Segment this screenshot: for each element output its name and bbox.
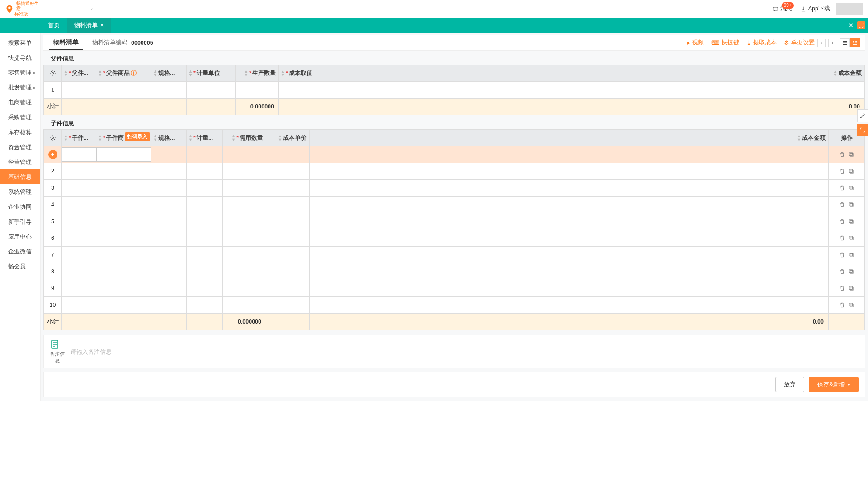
- tab-home[interactable]: 首页: [41, 18, 67, 33]
- child-row[interactable]: 5: [43, 213, 865, 230]
- child-table: ▴▾*子件... ▴▾*子件商扫码录入 ▴▾规格... ▴▾*计量... ▴▾*…: [43, 129, 865, 330]
- extract-cost-link[interactable]: ⤓提取成本: [746, 39, 777, 47]
- svg-rect-15: [849, 236, 852, 239]
- col-parent-name[interactable]: ▴▾*父件商品ⓘ: [96, 65, 151, 81]
- col-parent-unit[interactable]: ▴▾*计量单位: [187, 65, 236, 81]
- copy-row-icon[interactable]: [848, 302, 854, 308]
- copy-row-icon[interactable]: [848, 168, 854, 174]
- child-row[interactable]: 4: [43, 197, 865, 213]
- sidebar-item[interactable]: 新手引导: [0, 214, 40, 229]
- remark-input[interactable]: [65, 345, 859, 359]
- svg-rect-5: [849, 153, 852, 155]
- delete-row-icon[interactable]: [839, 168, 845, 174]
- shortcut-link[interactable]: ⌨快捷键: [711, 39, 739, 47]
- copy-row-icon[interactable]: [848, 252, 854, 258]
- subtotal-amt: 0.00: [344, 99, 865, 115]
- expand-tool-button[interactable]: [857, 124, 868, 136]
- svg-rect-14: [850, 237, 853, 240]
- col-parent-spec[interactable]: ▴▾规格...: [151, 65, 187, 81]
- tabbar-close-button[interactable]: ✕: [845, 22, 857, 29]
- view-grid-button[interactable]: [850, 38, 860, 47]
- discard-button[interactable]: 放弃: [775, 377, 804, 392]
- col-parent-code[interactable]: ▴▾*父件...: [62, 65, 96, 81]
- sidebar-item[interactable]: 批发管理▸: [0, 80, 40, 95]
- sidebar-item[interactable]: 库存核算: [0, 125, 40, 140]
- svg-rect-10: [850, 204, 853, 206]
- close-icon[interactable]: ×: [100, 22, 104, 28]
- avatar[interactable]: [836, 3, 863, 15]
- sidebar-item[interactable]: 应用中心: [0, 229, 40, 244]
- sidebar-item[interactable]: 电商管理: [0, 95, 40, 110]
- app-download-button[interactable]: App下载: [800, 5, 830, 13]
- col-child-unit[interactable]: ▴▾*计量...: [187, 130, 223, 146]
- copy-row-icon[interactable]: [848, 185, 854, 191]
- col-child-spec[interactable]: ▴▾规格...: [151, 130, 187, 146]
- col-child-code[interactable]: ▴▾*子件...: [62, 130, 96, 146]
- delete-row-icon[interactable]: [839, 235, 845, 241]
- svg-rect-19: [849, 270, 852, 272]
- scan-input-button[interactable]: 扫码录入: [125, 132, 150, 141]
- delete-row-icon[interactable]: [839, 185, 845, 191]
- col-child-name[interactable]: ▴▾*子件商扫码录入: [96, 130, 151, 146]
- copy-row-icon[interactable]: [848, 218, 854, 225]
- col-parent-amt[interactable]: ▴▾成本金额: [344, 65, 865, 81]
- remark-bar: 备注信息: [43, 335, 865, 368]
- copy-row-icon[interactable]: [848, 285, 854, 291]
- col-child-amt[interactable]: ▴▾成本金额: [310, 130, 829, 146]
- sidebar-item[interactable]: 采购管理: [0, 110, 40, 125]
- copy-row-icon[interactable]: [848, 235, 854, 241]
- chevron-down-icon: [88, 6, 94, 12]
- delete-row-icon[interactable]: [839, 202, 845, 208]
- sidebar-item[interactable]: 零售管理▸: [0, 65, 40, 80]
- sidebar-item[interactable]: 系统管理: [0, 184, 40, 199]
- child-row[interactable]: 7: [43, 247, 865, 263]
- sidebar-item[interactable]: 畅会员: [0, 259, 40, 274]
- delete-row-icon[interactable]: [839, 218, 845, 225]
- child-row[interactable]: 10: [43, 297, 865, 314]
- child-name-input[interactable]: [96, 147, 151, 162]
- sidebar-item[interactable]: 资金管理: [0, 140, 40, 155]
- add-row-button[interactable]: +: [48, 150, 57, 159]
- col-parent-cost[interactable]: ▴▾*成本取值: [279, 65, 344, 81]
- parent-row[interactable]: 1: [43, 82, 865, 99]
- edit-tool-button[interactable]: [857, 109, 868, 122]
- delete-row-icon[interactable]: [839, 151, 845, 158]
- sidebar-item[interactable]: 企业协同: [0, 199, 40, 214]
- sidebar-item[interactable]: 企业微信: [0, 244, 40, 259]
- save-new-button[interactable]: 保存&新增▾: [809, 377, 859, 392]
- child-row[interactable]: 8: [43, 263, 865, 280]
- child-row-active[interactable]: +: [43, 146, 865, 163]
- sidebar-item[interactable]: 经营管理: [0, 155, 40, 169]
- sidebar-item[interactable]: 快捷导航: [0, 50, 40, 65]
- child-row[interactable]: 9: [43, 280, 865, 297]
- child-code-input[interactable]: [62, 147, 96, 162]
- sidebar-item[interactable]: 基础信息: [0, 169, 40, 184]
- col-gear[interactable]: [44, 65, 62, 81]
- messages-button[interactable]: 消息 99+: [772, 5, 792, 13]
- svg-rect-17: [849, 253, 852, 256]
- child-row[interactable]: 2: [43, 163, 865, 180]
- delete-row-icon[interactable]: [839, 285, 845, 291]
- copy-row-icon[interactable]: [848, 202, 854, 208]
- copy-row-icon[interactable]: [848, 151, 854, 158]
- doc-setting-link[interactable]: ⚙单据设置: [784, 39, 815, 47]
- delete-row-icon[interactable]: [839, 252, 845, 258]
- fullscreen-button[interactable]: [857, 21, 865, 29]
- col-child-qty[interactable]: ▴▾*需用数量: [223, 130, 266, 146]
- view-list-button[interactable]: [840, 38, 850, 47]
- next-doc-button[interactable]: ›: [828, 39, 836, 47]
- prev-doc-button[interactable]: ‹: [817, 39, 826, 47]
- delete-row-icon[interactable]: [839, 268, 845, 275]
- col-gear[interactable]: [44, 130, 62, 146]
- video-link[interactable]: ▸视频: [687, 39, 704, 47]
- copy-row-icon[interactable]: [848, 268, 854, 275]
- col-child-price[interactable]: ▴▾成本单价: [266, 130, 310, 146]
- delete-row-icon[interactable]: [839, 302, 845, 308]
- col-parent-qty[interactable]: ▴▾*生产数量: [236, 65, 279, 81]
- sidebar-item[interactable]: 搜索菜单: [0, 35, 40, 50]
- child-row[interactable]: 3: [43, 180, 865, 197]
- tab-bom[interactable]: 物料清单 ×: [67, 18, 111, 33]
- child-row[interactable]: 6: [43, 230, 865, 247]
- subtotal-label: 小计: [44, 314, 62, 330]
- org-selector[interactable]: [57, 6, 94, 12]
